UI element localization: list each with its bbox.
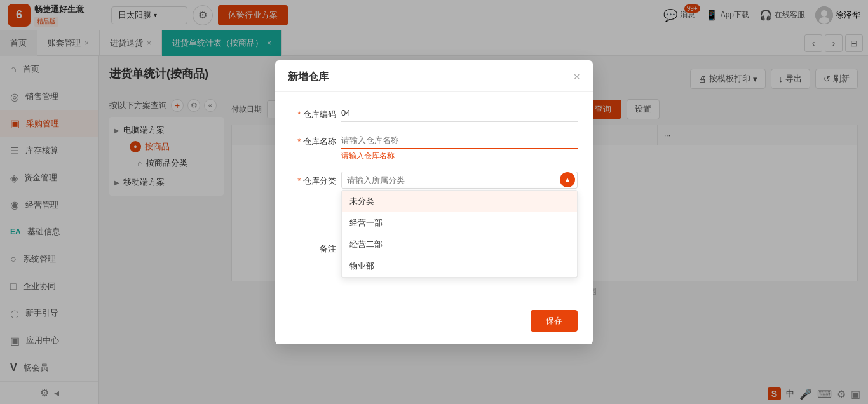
- dropdown-option-ops2[interactable]: 经营二部: [342, 234, 577, 255]
- modal-body: * 仓库编码 * 仓库名称 请输入仓库名称: [275, 92, 593, 302]
- form-row-code: * 仓库编码: [290, 105, 578, 122]
- dropdown-option-property[interactable]: 物业部: [342, 255, 577, 277]
- save-button[interactable]: 保存: [531, 310, 578, 332]
- form-row-category: * 仓库分类 ▲ 未分类 经营一部 经营二部 物业部: [290, 172, 578, 189]
- dropdown-option-uncategorized[interactable]: 未分类: [342, 191, 577, 212]
- name-label: * 仓库名称: [290, 132, 341, 147]
- remark-label: 备注: [290, 239, 341, 255]
- code-input-wrap: [341, 105, 578, 122]
- category-select-wrap: ▲ 未分类 经营一部 经营二部 物业部: [341, 172, 578, 189]
- name-input[interactable]: [341, 132, 578, 149]
- name-input-wrap: 请输入仓库名称: [341, 132, 578, 161]
- name-error-msg: 请输入仓库名称: [341, 151, 578, 161]
- category-input[interactable]: [341, 172, 578, 189]
- modal-title: 新增仓库: [288, 71, 329, 84]
- category-dropdown-list: 未分类 经营一部 经营二部 物业部: [341, 190, 578, 278]
- category-dropdown-button[interactable]: ▲: [560, 172, 575, 187]
- modal-footer: 保存: [275, 302, 593, 344]
- code-input[interactable]: [341, 105, 578, 121]
- form-row-name: * 仓库名称 请输入仓库名称: [290, 132, 578, 161]
- modal-header: 新增仓库 ×: [275, 60, 593, 92]
- category-label: * 仓库分类: [290, 172, 341, 187]
- code-label: * 仓库编码: [290, 105, 341, 120]
- dropdown-option-ops1[interactable]: 经营一部: [342, 212, 577, 234]
- modal-overlay: 新增仓库 × * 仓库编码 * 仓库名称: [0, 0, 868, 404]
- modal-new-warehouse: 新增仓库 × * 仓库编码 * 仓库名称: [275, 60, 593, 344]
- modal-close-button[interactable]: ×: [573, 71, 580, 84]
